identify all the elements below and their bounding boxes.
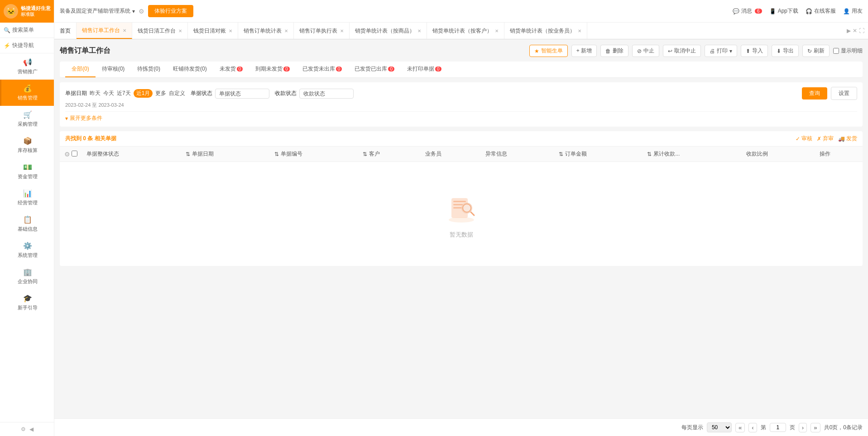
gear-col-icon[interactable]: ⚙ (64, 151, 70, 158)
print-button[interactable]: 🖨 打印 ▾ (705, 45, 737, 57)
industry-solution-button[interactable]: 体验行业方案 (148, 5, 193, 17)
filter-tab-not-printed[interactable]: 未打印单据0 (401, 62, 448, 77)
sidebar-item-sales[interactable]: 💰 销售管理 (0, 80, 54, 106)
audit-icon: ✓ (796, 136, 800, 142)
tab-home[interactable]: 首页 (54, 23, 77, 39)
filter-tab-expired[interactable]: 到期未发货0 (249, 62, 296, 77)
filter-tab-pending-pickup[interactable]: 待拣货(0) (131, 62, 167, 77)
system-title-dropdown[interactable]: 装备及固定资产辅助管理系统 ▾ (60, 7, 135, 15)
stop-icon: ⊘ (637, 48, 642, 54)
filter-tabs: 全部(0) 待审核(0) 待拣货(0) 旺铺待发货(0) 未发货0 到期未发货0… (60, 62, 863, 78)
select-all-checkbox[interactable] (72, 151, 77, 156)
first-page-button[interactable]: « (735, 423, 745, 432)
current-page-input[interactable] (770, 423, 786, 432)
sidebar-item-enterprise[interactable]: 🏢 企业协同 (0, 263, 54, 289)
filter-tab-pending-audit[interactable]: 待审核(0) (96, 62, 131, 77)
tab-close-sales-stat-staff[interactable]: ✕ (578, 28, 581, 33)
expand-filter-button[interactable]: ▾ 展开更多条件 (65, 114, 857, 122)
sidebar-search[interactable]: 🔍 搜索菜单 (0, 23, 54, 38)
tab-close-sales-stat-product[interactable]: ✕ (417, 28, 421, 33)
date-opt-custom[interactable]: 自定义 (169, 90, 185, 97)
expired-badge: 0 (283, 66, 290, 71)
sort-amount-icon: ⇅ (559, 151, 563, 157)
user-menu[interactable]: 👤 用友 (843, 7, 863, 15)
payment-select[interactable]: 收款状态 (299, 89, 354, 99)
th-date[interactable]: ⇅ 单据日期 (181, 147, 269, 162)
prev-page-button[interactable]: ‹ (748, 423, 757, 432)
date-opt-1month[interactable]: 近1月 (134, 89, 153, 98)
th-collected[interactable]: ⇅ 累计收款... (643, 147, 742, 162)
tab-close-cash-reconcile[interactable]: ✕ (229, 28, 232, 33)
filter-tab-not-shipped[interactable]: 未发货0 (213, 62, 249, 77)
message-button[interactable]: 💬 消息 6 (733, 7, 762, 15)
filter-tab-shipped-not-out[interactable]: 已发货未出库0 (296, 62, 349, 77)
settings-icon[interactable]: ⚙ (21, 426, 26, 432)
gear-settings-icon[interactable]: ⚙ (139, 8, 144, 15)
sidebar-item-basic-info[interactable]: 📋 基础信息 (0, 211, 54, 237)
delete-button[interactable]: 🗑 删除 (600, 45, 628, 57)
cancel-audit-button[interactable]: ✗ 弃审 (817, 135, 834, 142)
tab-maximize-icon[interactable]: ⛶ (859, 28, 864, 34)
import-button[interactable]: ⬆ 导入 (741, 45, 768, 57)
date-opt-yesterday[interactable]: 昨天 (90, 90, 101, 97)
next-page-button[interactable]: › (799, 423, 807, 432)
ship-action-button[interactable]: 🚚 发货 (838, 135, 857, 142)
sidebar-bottom: ⚙ ◀ (0, 422, 54, 436)
tab-close-sales-order[interactable]: ✕ (123, 28, 126, 33)
status-select[interactable]: 单据状态 (215, 89, 269, 99)
filter-tab-all[interactable]: 全部(0) (65, 62, 96, 77)
show-detail-checkbox[interactable]: 显示明细 (833, 47, 863, 55)
sidebar-item-system[interactable]: ⚙️ 系统管理 (0, 237, 54, 263)
tab-close-sales-stat[interactable]: ✕ (284, 28, 288, 33)
tab-close-sales-stat-customer[interactable]: ✕ (495, 28, 499, 33)
tab-sales-exec[interactable]: 销售订单执行表 ✕ (294, 23, 350, 39)
tab-sales-stat-product[interactable]: 销货单统计表（按商品） ✕ (350, 23, 427, 39)
tab-close-cash-daily[interactable]: ✕ (178, 28, 182, 33)
online-service-button[interactable]: 🎧 在线客服 (806, 7, 836, 15)
app-logo: 🐱 畅捷通好生意 标准版 (0, 0, 54, 23)
query-button[interactable]: 查询 (802, 87, 827, 100)
date-opt-more[interactable]: 更多 (155, 90, 166, 97)
date-opt-7days[interactable]: 近7天 (117, 90, 131, 97)
refresh-button[interactable]: ↻ 刷新 (802, 45, 830, 57)
tab-sales-stat-customer[interactable]: 销货单统计表（按客户） ✕ (427, 23, 504, 39)
tabbar-end: ▶ ✕ ⛶ (843, 28, 868, 34)
payment-filter-label: 收款状态 (275, 90, 297, 97)
audit-button[interactable]: ✓ 审核 (796, 135, 812, 142)
shipped-out-badge: 0 (388, 66, 394, 71)
last-page-button[interactable]: » (810, 423, 820, 432)
tab-close-all-icon[interactable]: ✕ (853, 28, 857, 34)
stop-button[interactable]: ⊘ 中止 (632, 45, 659, 57)
page-suffix: 页 (790, 424, 795, 431)
filter-tab-wangpu[interactable]: 旺铺待发货(0) (167, 62, 213, 77)
smart-create-button[interactable]: ★ 智能生单 (529, 45, 568, 57)
export-button[interactable]: ⬇ 导出 (772, 45, 799, 57)
sidebar-item-finance[interactable]: 💵 资金管理 (0, 158, 54, 185)
tab-cash-reconcile[interactable]: 钱货日清对账 ✕ (188, 23, 238, 39)
th-checkbox: ⚙ (60, 147, 82, 162)
table-scroll-container[interactable]: ⚙ 单据整体状态 ⇅ 单据日期 (60, 147, 863, 266)
th-number[interactable]: ⇅ 单据编号 (270, 147, 358, 162)
cancel-stop-button[interactable]: ↩ 取消中止 (663, 45, 701, 57)
setting-button[interactable]: 设置 (831, 87, 857, 100)
tab-sales-stat-staff[interactable]: 销货单统计表（按业务员） ✕ (504, 23, 587, 39)
th-amount[interactable]: ⇅ 订单金额 (554, 147, 643, 162)
sidebar-item-guide[interactable]: 🎓 新手引导 (0, 289, 54, 316)
sidebar-item-marketing[interactable]: 📢 营销推广 (0, 53, 54, 80)
sidebar-item-operations[interactable]: 📊 经营管理 (0, 185, 54, 211)
tab-cash-daily[interactable]: 钱货日清工作台 ✕ (132, 23, 188, 39)
tab-overflow-icon[interactable]: ▶ (847, 28, 851, 34)
tab-sales-order[interactable]: 销售订单工作台 ✕ (77, 23, 132, 39)
filter-tab-shipped-out[interactable]: 已发货已出库0 (348, 62, 401, 77)
date-opt-today[interactable]: 今天 (103, 90, 114, 97)
collapse-icon[interactable]: ◀ (29, 426, 34, 432)
app-download-button[interactable]: 📱 App下载 (769, 7, 798, 15)
th-customer[interactable]: ⇅ 客户 (358, 147, 421, 162)
tab-close-sales-exec[interactable]: ✕ (340, 28, 344, 33)
tab-sales-stat[interactable]: 销售订单统计表 ✕ (238, 23, 294, 39)
add-button[interactable]: + 新增 (571, 45, 597, 57)
sidebar-item-quick-nav[interactable]: ⚡ 快捷导航 (0, 38, 54, 53)
sidebar-item-purchase[interactable]: 🛒 采购管理 (0, 106, 54, 132)
per-page-select[interactable]: 50 10 20 100 (707, 422, 732, 432)
sidebar-item-inventory[interactable]: 📦 库存核算 (0, 132, 54, 158)
